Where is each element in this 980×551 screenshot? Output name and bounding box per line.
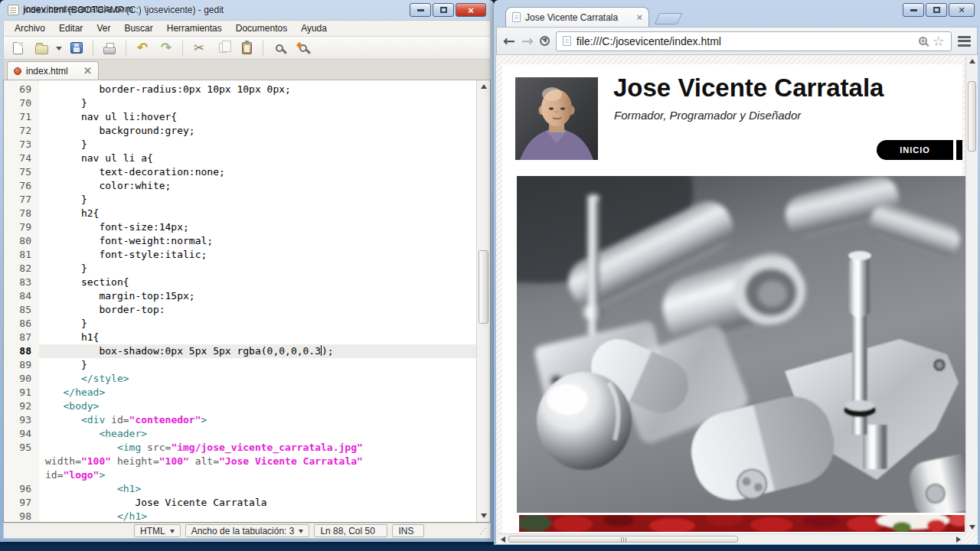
menu-buscar[interactable]: Buscar: [118, 21, 158, 35]
favicon-page-icon: [512, 12, 521, 22]
gedit-tab-label: index.html: [26, 66, 68, 77]
scroll-down-arrow[interactable]: [477, 510, 490, 522]
menu-ayuda[interactable]: Ayuda: [295, 21, 333, 35]
chevron-down-icon: [170, 530, 175, 536]
forward-button[interactable]: →: [521, 34, 534, 48]
scroll-down-arrow[interactable]: [966, 521, 978, 533]
tab-width-selector[interactable]: Ancho de la tabulación: 3: [185, 524, 310, 537]
open-dropdown-icon[interactable]: [56, 47, 62, 54]
url-text[interactable]: file:///C:/josevicente/index.html: [577, 35, 913, 47]
code-line: 74 nav ul li a{: [4, 152, 476, 165]
code-line: 73 }: [4, 138, 476, 152]
new-document-button[interactable]: [8, 39, 27, 57]
new-tab-button[interactable]: [655, 13, 683, 24]
strawberries-image: [519, 515, 965, 532]
code-line: 81 font-style:italic;: [4, 248, 476, 262]
cut-button[interactable]: ✂: [190, 39, 208, 57]
gedit-close-button[interactable]: ×: [456, 3, 486, 17]
code-line: 79 font-size:14px;: [4, 220, 476, 234]
menu-ver[interactable]: Ver: [90, 21, 116, 35]
insert-mode: INS: [392, 524, 424, 537]
code-line: 86 }: [4, 317, 476, 331]
save-icon: [70, 42, 83, 54]
menu-archivo[interactable]: Archivo: [8, 21, 51, 35]
gedit-vertical-scrollbar[interactable]: [476, 80, 490, 522]
chrome-menu-icon[interactable]: [958, 36, 971, 47]
scroll-up-arrow[interactable]: [966, 55, 978, 67]
back-button[interactable]: ←: [503, 34, 515, 48]
chrome-maximize-button[interactable]: [926, 3, 947, 17]
language-selector[interactable]: HTML: [134, 524, 181, 537]
url-page-icon: [563, 36, 571, 46]
scroll-left-arrow[interactable]: [498, 534, 508, 544]
chrome-minimize-button[interactable]: [903, 3, 924, 17]
browser-vertical-scrollbar[interactable]: [965, 55, 978, 533]
chrome-close-button[interactable]: ✕: [949, 3, 975, 17]
bookmark-star-icon[interactable]: ☆: [933, 34, 945, 48]
menu-editar[interactable]: Editar: [53, 21, 89, 35]
gedit-toolbar: ↶ ↷ ✂: [3, 37, 491, 60]
gedit-tab-indexhtml[interactable]: index.html ✕: [7, 61, 99, 80]
scroll-up-arrow[interactable]: [477, 80, 490, 93]
redo-icon: ↷: [161, 41, 172, 54]
paste-button[interactable]: [237, 39, 256, 57]
copy-button[interactable]: [214, 39, 232, 57]
undo-button[interactable]: ↶: [133, 39, 152, 57]
code-line: 95 <img src="img/jose_vicente_carratala.…: [4, 441, 476, 455]
gedit-editor[interactable]: 69 border-radius:0px 10px 10px 0px;70 }7…: [3, 80, 491, 523]
zoom-icon[interactable]: [919, 37, 927, 45]
gedit-maximize-button[interactable]: [433, 3, 454, 17]
code-line: 85 border-top:: [4, 303, 476, 317]
code-line: 77 }: [4, 193, 476, 207]
reload-button[interactable]: [540, 36, 550, 46]
menu-documentos[interactable]: Documentos: [230, 21, 293, 35]
find-replace-button[interactable]: [294, 39, 312, 57]
menu-herramientas[interactable]: Herramientas: [161, 21, 228, 35]
nav-inicio-label: INICIO: [900, 145, 930, 155]
chrome-tab[interactable]: Jose Vicente Carratala ×: [505, 7, 649, 27]
print-button[interactable]: [100, 39, 119, 57]
browser-hscroll-thumb[interactable]: [508, 536, 738, 543]
code-line: 97 Jose Vicente Carratala: [4, 496, 476, 510]
open-button[interactable]: [32, 39, 51, 57]
chrome-tab-strip[interactable]: ✕ Jose Vicente Carratala ×: [496, 0, 978, 27]
code-line: 70 }: [4, 96, 476, 110]
code-line: 91 </head>: [4, 386, 476, 399]
redo-button[interactable]: ↷: [157, 39, 175, 57]
code-line: 93 <div id="contenedor">: [4, 413, 476, 427]
unsaved-indicator-icon: [14, 67, 21, 75]
page-title: Jose Vicente Carratala: [613, 73, 884, 103]
guitar-tuners-image: [517, 176, 965, 513]
scroll-right-arrow[interactable]: [953, 534, 964, 544]
code-line: 84 margin-top:15px;: [4, 289, 476, 303]
code-line: 88 box-shadow:0px 5px 5px rgba(0,0,0,0.3…: [4, 344, 476, 358]
new-document-icon: [13, 42, 23, 54]
chrome-window: ✕ Jose Vicente Carratala × ← → file:///C…: [494, 0, 980, 546]
find-icon: [276, 44, 283, 52]
cursor-position: Ln 88, Col 50: [314, 524, 387, 537]
chrome-toolbar: ← → file:///C:/josevicente/index.html ☆: [496, 27, 978, 55]
chrome-tab-close-icon[interactable]: ×: [636, 12, 642, 22]
find-button[interactable]: [270, 39, 289, 57]
find-replace-icon: [299, 44, 307, 52]
close-icon: ×: [468, 5, 474, 15]
save-button[interactable]: [67, 39, 86, 57]
browser-viewport: Jose Vicente Carratala Formador, Program…: [496, 55, 978, 544]
browser-scroll-thumb[interactable]: [968, 81, 976, 152]
address-bar[interactable]: file:///C:/josevicente/index.html ☆: [556, 31, 952, 51]
gedit-tab-close-icon[interactable]: ✕: [83, 66, 92, 76]
code-line: 94 <header>: [4, 427, 476, 441]
copy-icon: [219, 43, 227, 53]
nav-inicio-button[interactable]: INICIO: [877, 140, 953, 160]
undo-icon: ↶: [137, 41, 148, 54]
browser-horizontal-scrollbar[interactable]: [498, 533, 964, 544]
gedit-scroll-thumb[interactable]: [479, 250, 488, 324]
code-line: 89 }: [4, 358, 476, 372]
gedit-minimize-button[interactable]: [410, 3, 431, 17]
chevron-down-icon: [299, 530, 303, 536]
resize-grip[interactable]: ⋰: [479, 527, 487, 535]
screen: index.html (BOOTCAMP (C:) \josevicente) …: [0, 0, 980, 551]
code-line: id="logo">: [4, 468, 476, 482]
code-line: 87 h1{: [4, 331, 476, 344]
chrome-tab-title: Jose Vicente Carratala: [525, 12, 632, 23]
